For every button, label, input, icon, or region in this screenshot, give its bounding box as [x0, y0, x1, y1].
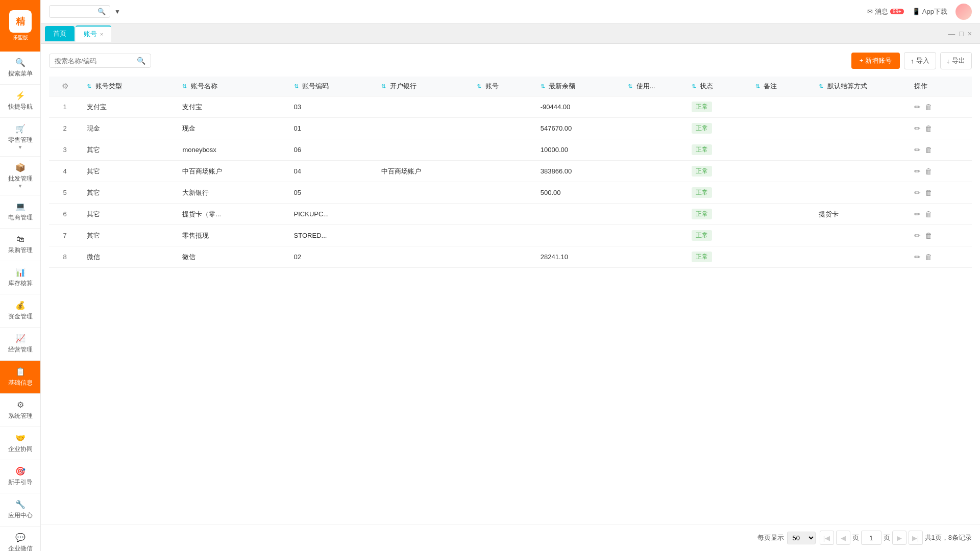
row-status: 正常 — [685, 118, 749, 139]
delete-icon[interactable]: 🗑 — [925, 188, 933, 197]
edit-icon[interactable]: ✏ — [914, 103, 921, 112]
delete-icon[interactable]: 🗑 — [925, 231, 933, 240]
delete-icon[interactable]: 🗑 — [925, 145, 933, 155]
edit-icon[interactable]: ✏ — [914, 231, 921, 240]
app-download-btn[interactable]: 📱 App下载 — [912, 7, 947, 16]
sidebar-item-app-center[interactable]: 🔧 应用中心 — [0, 493, 40, 527]
tab-home[interactable]: 首页 — [45, 26, 75, 41]
sidebar-item-new-guide[interactable]: 🎯 新手引导 — [0, 460, 40, 493]
col-code[interactable]: ⇅ 账号编码 — [288, 77, 375, 96]
sidebar-item-quick-nav[interactable]: ⚡ 快捷导航 — [0, 85, 40, 118]
sidebar-item-label: 资金管理 — [8, 312, 33, 321]
pagination: 每页显示 50 20 100 |◀ ◀ 页 页 ▶ ▶| 共1页，8条记录 — [41, 524, 980, 551]
row-type: 其它 — [81, 204, 176, 225]
pagination-nav: |◀ ◀ 页 页 ▶ ▶| 共1页，8条记录 — [820, 531, 972, 545]
row-balance: -90444.00 — [534, 96, 622, 118]
col-name[interactable]: ⇅ 账号名称 — [176, 77, 287, 96]
edit-icon[interactable]: ✏ — [914, 253, 921, 262]
action-icons: ✏ 🗑 — [914, 188, 966, 197]
edit-icon[interactable]: ✏ — [914, 188, 921, 197]
maximize-icon[interactable]: □ — [959, 30, 963, 38]
app-logo[interactable]: 精 乐盟版 — [0, 0, 40, 52]
col-settings[interactable]: ⚙ — [49, 77, 81, 96]
app-download-icon: 📱 — [912, 8, 920, 15]
chevron-down-icon: ▼ — [18, 144, 23, 150]
delete-icon[interactable]: 🗑 — [925, 167, 933, 176]
col-usage[interactable]: ⇅ 使用... — [622, 77, 685, 96]
total-label: 共1页，8条记录 — [925, 533, 972, 542]
row-usage — [622, 96, 685, 118]
delete-icon[interactable]: 🗑 — [925, 253, 933, 262]
message-label: 消息 — [875, 7, 888, 16]
per-page-dropdown[interactable]: 50 20 100 — [787, 532, 816, 544]
row-bank: 中百商场账户 — [375, 161, 471, 182]
action-icons: ✏ 🗑 — [914, 167, 966, 176]
operations-mgmt-icon: 📈 — [15, 334, 26, 343]
row-num: 3 — [49, 139, 81, 161]
row-type: 其它 — [81, 182, 176, 204]
row-note — [749, 161, 813, 182]
edit-icon[interactable]: ✏ — [914, 145, 921, 155]
prev-page-btn[interactable]: ◀ — [836, 531, 850, 545]
tab-account[interactable]: 账号 × — [76, 26, 111, 42]
sidebar-item-retail-mgmt[interactable]: 🛒 零售管理 ▼ — [0, 118, 40, 157]
row-default-payment — [813, 139, 908, 161]
edit-icon[interactable]: ✏ — [914, 210, 921, 219]
close-icon[interactable]: × — [100, 31, 103, 37]
row-default-payment — [813, 225, 908, 246]
row-num: 4 — [49, 161, 81, 182]
sidebar-item-purchase-mgmt[interactable]: 🛍 采购管理 — [0, 229, 40, 261]
col-account[interactable]: ⇅ 账号 — [471, 77, 534, 96]
col-default-payment[interactable]: ⇅ 默认结算方式 — [813, 77, 908, 96]
export-button[interactable]: ↓ 导出 — [940, 52, 972, 69]
row-default-payment — [813, 182, 908, 204]
col-status[interactable]: ⇅ 状态 — [685, 77, 749, 96]
sidebar-item-label: 企业微信 — [8, 544, 33, 551]
edit-icon[interactable]: ✏ — [914, 167, 921, 176]
col-note[interactable]: ⇅ 备注 — [749, 77, 813, 96]
sidebar-item-wholesale-mgmt[interactable]: 📦 批发管理 ▼ — [0, 157, 40, 195]
row-type: 其它 — [81, 161, 176, 182]
first-page-btn[interactable]: |◀ — [820, 531, 834, 545]
close-window-icon[interactable]: × — [968, 30, 972, 38]
enterprise-agreement-icon: 🤝 — [15, 433, 26, 443]
sidebar-item-basic-info[interactable]: 📋 基础信息 — [0, 361, 40, 394]
import-button[interactable]: ↑ 导入 — [904, 52, 936, 69]
last-page-btn[interactable]: ▶| — [909, 531, 923, 545]
search-box[interactable]: 🔍 — [49, 54, 151, 68]
sidebar-item-enterprise-agreement[interactable]: 🤝 企业协同 — [0, 427, 40, 460]
row-balance — [534, 225, 622, 246]
col-balance[interactable]: ⇅ 最新余额 — [534, 77, 622, 96]
sidebar-item-system-mgmt[interactable]: ⚙ 系统管理 — [0, 394, 40, 427]
top-dropdown[interactable]: ▼ — [114, 8, 120, 15]
row-balance: 10000.00 — [534, 139, 622, 161]
delete-icon[interactable]: 🗑 — [925, 103, 933, 112]
row-type: 现金 — [81, 118, 176, 139]
search-icon: 🔍 — [137, 57, 145, 65]
sidebar-item-ecommerce-mgmt[interactable]: 💻 电商管理 — [0, 195, 40, 229]
next-page-btn[interactable]: ▶ — [892, 531, 906, 545]
col-type[interactable]: ⇅ 账号类型 — [81, 77, 176, 96]
sort-icon: ⇅ — [477, 83, 481, 89]
page-input[interactable] — [861, 531, 881, 545]
sidebar: 精 乐盟版 🔍 搜索菜单 ⚡ 快捷导航 🛒 零售管理 ▼ 📦 批发管理 ▼ 💻 … — [0, 0, 41, 551]
add-account-button[interactable]: + 新增账号 — [851, 53, 900, 69]
user-avatar[interactable] — [955, 4, 972, 20]
message-btn[interactable]: ✉ 消息 99+ — [867, 7, 904, 16]
row-type: 其它 — [81, 139, 176, 161]
search-input[interactable] — [55, 57, 137, 65]
delete-icon[interactable]: 🗑 — [925, 124, 933, 133]
edit-icon[interactable]: ✏ — [914, 124, 921, 133]
sidebar-item-enterprise-wechat[interactable]: 💬 企业微信 — [0, 527, 40, 551]
sidebar-item-finance-mgmt[interactable]: 💰 资金管理 — [0, 294, 40, 328]
delete-icon[interactable]: 🗑 — [925, 210, 933, 219]
minimize-icon[interactable]: — — [948, 30, 955, 38]
top-search-box[interactable]: 🔍 — [49, 5, 110, 18]
sidebar-item-inventory[interactable]: 📊 库存核算 — [0, 261, 40, 294]
top-search-input[interactable] — [54, 8, 97, 15]
col-bank[interactable]: ⇅ 开户银行 — [375, 77, 471, 96]
sidebar-item-search-menu[interactable]: 🔍 搜索菜单 — [0, 52, 40, 85]
gear-icon[interactable]: ⚙ — [62, 82, 68, 90]
sidebar-item-operations-mgmt[interactable]: 📈 经营管理 — [0, 328, 40, 361]
per-page-label: 每页显示 — [757, 533, 784, 542]
